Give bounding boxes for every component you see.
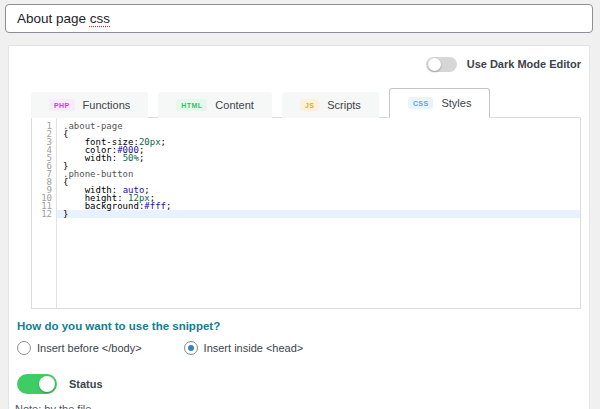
dark-mode-toggle[interactable] (426, 57, 457, 72)
code-line: background:#fff; (63, 202, 580, 210)
status-row: Status (17, 373, 581, 394)
dark-mode-toggle-knob (428, 58, 441, 71)
tab-scripts[interactable]: JSScripts (282, 92, 379, 118)
radio-unselected-icon[interactable] (17, 341, 31, 355)
tab-label: Styles (441, 97, 471, 109)
usage-radio-2[interactable]: Insert inside <head> (184, 341, 304, 355)
php-badge: PHP (49, 99, 75, 111)
code-line: width: 50%; (63, 154, 580, 162)
snippet-type-tab-bar: PHPFunctionsHTMLContentJSScriptsCSSStyle… (31, 88, 581, 118)
radio-label: Insert before </body> (37, 342, 142, 354)
dark-mode-row: Use Dark Mode Editor (9, 56, 581, 72)
usage-options: Insert before </body>Insert inside <head… (17, 341, 581, 355)
tab-label: Functions (83, 99, 131, 111)
snippet-editor-panel: Use Dark Mode Editor PHPFunctionsHTMLCon… (8, 45, 590, 409)
code-editor[interactable]: 123456789101112 .about-page{ font-size:2… (31, 117, 581, 309)
radio-label: Insert inside <head> (204, 342, 304, 354)
snippet-title-text: About page (17, 11, 90, 26)
status-toggle-knob (39, 376, 55, 392)
footer-note: Note: by the file (15, 403, 581, 409)
status-toggle[interactable] (17, 374, 57, 394)
editor-line-number-gutter: 123456789101112 (32, 118, 57, 308)
tab-content[interactable]: HTMLContent (158, 92, 272, 118)
js-badge: JS (300, 99, 319, 111)
tab-label: Scripts (327, 99, 361, 111)
code-line: } (63, 162, 580, 170)
dark-mode-label: Use Dark Mode Editor (467, 58, 581, 70)
tab-label: Content (215, 99, 254, 111)
status-label: Status (69, 378, 103, 390)
code-line: .about-page (63, 122, 580, 130)
snippet-title-misspelled-word: css (90, 11, 110, 26)
usage-question: How do you want to use the snippet? (17, 320, 581, 332)
css-badge: CSS (408, 97, 434, 109)
editor-code-area: .about-page{ font-size:20px; color:#000;… (57, 118, 580, 308)
line-number: 12 (32, 210, 52, 218)
code-line: .phone-button (63, 170, 580, 178)
tab-functions[interactable]: PHPFunctions (31, 92, 148, 118)
usage-section: How do you want to use the snippet? Inse… (17, 320, 581, 355)
radio-selected-icon[interactable] (184, 341, 198, 355)
usage-radio-1[interactable]: Insert before </body> (17, 341, 142, 355)
html-badge: HTML (176, 99, 207, 111)
code-line: } (57, 210, 580, 218)
snippet-title-input[interactable]: About page css (5, 4, 593, 33)
tab-styles[interactable]: CSSStyles (389, 88, 491, 118)
